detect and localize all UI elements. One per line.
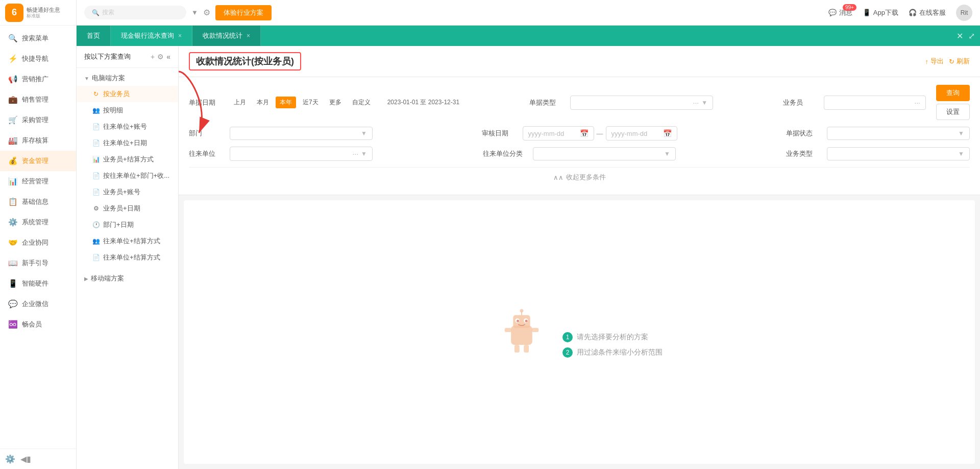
date-tab-thismonth[interactable]: 本月: [253, 97, 273, 108]
doctype-select[interactable]: ··· ▼: [570, 96, 713, 110]
scheme-group-mobile-header[interactable]: ▶ 移动端方案: [77, 271, 178, 286]
scheme-pd-icon: 📄: [92, 139, 100, 147]
audit-date-to[interactable]: yyyy-mm-dd 📅: [606, 126, 677, 140]
scheme-item-partner-account[interactable]: 📄 往来单位+账号: [77, 119, 178, 135]
salesperson-select[interactable]: ···: [824, 96, 926, 110]
search-icon: 🔍: [92, 9, 100, 16]
sidebar-item-wechat[interactable]: 💬 企业微信: [0, 294, 76, 314]
date-tab-thisyear[interactable]: 本年: [276, 97, 296, 108]
online-service-btn[interactable]: 🎧 在线客服: [909, 8, 946, 17]
dept-select[interactable]: ▼: [230, 127, 373, 140]
calendar-to-icon: 📅: [663, 129, 672, 137]
app-logo: 6 畅捷通好生意 标准版: [0, 0, 76, 26]
scheme-item-sales-date[interactable]: ⚙ 业务员+日期: [77, 200, 178, 217]
partner-label: 往来单位: [189, 149, 219, 158]
query-btn[interactable]: 查询: [936, 85, 970, 101]
message-btn[interactable]: 💬 消息 99+: [828, 8, 852, 17]
guide-icon: 📖: [8, 258, 18, 268]
add-scheme-btn[interactable]: +: [151, 53, 155, 61]
inventory-icon: 🏭: [8, 135, 18, 146]
purchase-icon: 🛒: [8, 115, 18, 125]
collapse-up-icon: ∧∧: [553, 174, 564, 181]
chevron-right-icon: ▶: [84, 276, 88, 282]
settings-icon[interactable]: ⚙: [203, 8, 210, 17]
filter-row-2: 部门 ▼ 审核日期 yyyy-mm-dd 📅 —: [189, 126, 970, 140]
sidebar-item-enterprise[interactable]: 🤝 企业协同: [0, 232, 76, 253]
audit-date-from[interactable]: yyyy-mm-dd 📅: [523, 126, 594, 140]
tab-receipt-stats[interactable]: 收款情况统计 ×: [192, 26, 261, 46]
doctype-more-icon[interactable]: ···: [693, 99, 699, 107]
user-avatar[interactable]: Rit: [956, 5, 972, 21]
app-download-btn[interactable]: 📱 App下载: [863, 8, 898, 17]
docstatus-select[interactable]: ▼: [827, 127, 970, 140]
refresh-btn[interactable]: ↻ 刷新: [949, 57, 970, 66]
search-bar[interactable]: 🔍 搜索: [84, 6, 186, 19]
sidebar-footer: ⚙️ ◀▮: [0, 449, 76, 469]
sidebar-item-finance[interactable]: 💰 资金管理: [0, 151, 76, 171]
date-tab-custom[interactable]: 自定义: [348, 97, 375, 108]
doctype-label: 单据类型: [529, 98, 560, 107]
partner-cat-chevron-icon: ▼: [664, 150, 670, 157]
date-tab-lastmonth[interactable]: 上月: [230, 97, 250, 108]
scheme-item-dept-date[interactable]: 🕐 部门+日期: [77, 217, 178, 233]
scheme-item-partner-date[interactable]: 📄 往来单位+日期: [77, 135, 178, 151]
sidebar-item-quicknav[interactable]: ⚡ 快捷导航: [0, 49, 76, 69]
scheme-item-detail[interactable]: 👥 按明细: [77, 102, 178, 119]
scheme-settings-btn[interactable]: ⚙: [157, 53, 164, 61]
svg-point-5: [525, 320, 528, 322]
tab-close-bank[interactable]: ×: [178, 32, 182, 39]
trial-btn[interactable]: 体验行业方案: [215, 5, 272, 20]
scheme-item-salesperson[interactable]: ↻ 按业务员: [77, 86, 178, 102]
date-tab-7days[interactable]: 近7天: [299, 97, 323, 108]
logo-icon: 6: [5, 4, 23, 22]
svg-point-11: [520, 309, 524, 313]
logo-text: 畅捷通好生意 标准版: [27, 6, 60, 19]
salesperson-more-icon[interactable]: ···: [914, 99, 920, 107]
panel-collapse-btn[interactable]: «: [166, 53, 170, 61]
dept-label: 部门: [189, 129, 219, 138]
tab-bank-flow[interactable]: 现金银行流水查询 ×: [111, 26, 192, 46]
sidebar-item-purchase[interactable]: 🛒 采购管理: [0, 110, 76, 130]
svg-rect-8: [505, 328, 511, 332]
settings-btn[interactable]: 设置: [936, 104, 970, 120]
sidebar-item-member[interactable]: ♾️ 畅会员: [0, 314, 76, 335]
sidebar-item-sales[interactable]: 💼 销售管理: [0, 89, 76, 110]
tabbar: 首页 现金银行流水查询 × 收款情况统计 × ✕ ⤢: [77, 26, 980, 46]
biztype-label: 业务类型: [786, 149, 817, 158]
sidebar-item-marketing[interactable]: 📢 营销推广: [0, 69, 76, 89]
biztype-select[interactable]: ▼: [827, 147, 970, 160]
sidebar-item-hardware[interactable]: 📱 智能硬件: [0, 273, 76, 294]
sidebar-item-inventory[interactable]: 🏭 库存核算: [0, 130, 76, 151]
scheme-item-partner-dept[interactable]: 📄 按往来单位+部门+收...: [77, 168, 178, 184]
scheme-item-partner-settle1[interactable]: 👥 往来单位+结算方式: [77, 233, 178, 249]
tabbar-right: ✕ ⤢: [957, 26, 980, 46]
tab-maximize-btn[interactable]: ⤢: [968, 31, 975, 41]
partner-select[interactable]: ··· ▼: [230, 147, 373, 161]
scheme-item-sales-settle[interactable]: 📊 业务员+结算方式: [77, 151, 178, 168]
tab-close-all-btn[interactable]: ✕: [957, 31, 963, 41]
sidebar-nav: 🔍 搜索菜单 ⚡ 快捷导航 📢 营销推广 💼 销售管理 🛒 采购管理 🏭: [0, 26, 76, 449]
collapse-footer-btn[interactable]: ◀▮: [20, 454, 31, 464]
page-title: 收款情况统计(按业务员): [196, 56, 294, 66]
partner-more-icon[interactable]: ···: [352, 150, 358, 158]
scheme-item-partner-settle2[interactable]: 📄 往来单位+结算方式: [77, 249, 178, 266]
settings-footer-btn[interactable]: ⚙️: [5, 454, 15, 464]
tab-home[interactable]: 首页: [77, 26, 111, 46]
collapse-bar[interactable]: ∧∧ 收起更多条件: [189, 167, 970, 187]
page-title-box: 收款情况统计(按业务员): [189, 52, 301, 71]
sales-icon: 💼: [8, 95, 18, 105]
sidebar-item-system[interactable]: ⚙️ 系统管理: [0, 212, 76, 232]
sidebar-item-guide[interactable]: 📖 新手引导: [0, 253, 76, 273]
scheme-group-pc-header[interactable]: ▼ 电脑端方案: [77, 71, 178, 86]
export-btn[interactable]: ↑ 导出: [925, 57, 944, 66]
tip2-number: 2: [562, 347, 573, 358]
topbar: 🔍 搜索 ▼ ⚙ 体验行业方案 💬 消息 99+ 📱 App下载 🎧 在线客服: [77, 0, 980, 26]
dropdown-icon[interactable]: ▼: [191, 9, 198, 16]
sidebar-item-basicinfo[interactable]: 📋 基础信息: [0, 192, 76, 212]
partner-cat-select[interactable]: ▼: [533, 147, 676, 160]
tab-close-receipt[interactable]: ×: [247, 32, 250, 39]
date-tab-more[interactable]: 更多: [325, 97, 346, 108]
sidebar-item-search[interactable]: 🔍 搜索菜单: [0, 28, 76, 49]
scheme-item-sales-account[interactable]: 📄 业务员+账号: [77, 184, 178, 200]
sidebar-item-operations[interactable]: 📊 经营管理: [0, 171, 76, 192]
